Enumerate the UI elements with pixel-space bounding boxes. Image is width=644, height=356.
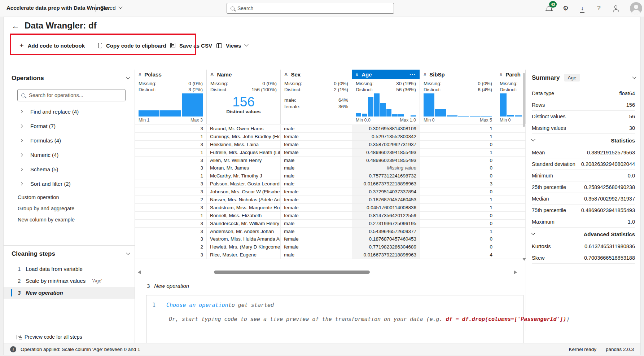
horizontal-scroll-thumb[interactable] [214,271,370,274]
column-title-pclass[interactable]: #Pclass [135,70,206,79]
summary-column-chip: Age [564,74,580,82]
cell-name: Braund, Mr. Owen Harris [207,125,281,132]
histogram-bar [398,114,404,117]
toolbar: + Add code to notebook Copy code to clip… [4,36,640,69]
column-stats: Missing:Distinct: [496,79,525,93]
summary-section-statistics[interactable]: Statistics [532,134,635,147]
add-code-to-notebook-button[interactable]: + Add code to notebook [19,41,85,50]
settings-button[interactable]: ⚙ [561,4,570,12]
back-button[interactable]: ← [12,21,19,31]
cell-name: Johnson, Mrs. Oscar W (Elisabeth Vil [207,188,281,195]
operations-group-sort-and-filter-[interactable]: Sort and filter (2) [4,176,135,191]
preview-code-all-steps-button[interactable]: Preview code for all steps [17,334,82,340]
horizontal-scrollbar[interactable] [135,269,526,275]
stat-label: Missing: [500,80,518,87]
cell-sex: male [281,125,352,132]
cell-parch [496,164,526,172]
operations-group-numeric-[interactable]: Numeric (4) [4,148,135,162]
scroll-right-arrow[interactable] [514,271,517,274]
category-row: female:36% [284,104,348,110]
cell-pclass: 3 [135,157,207,164]
copy-code-button[interactable]: Copy code to clipboard [98,41,166,50]
column-title-age[interactable]: #Age··· [352,70,420,79]
operations-item-custom-operation[interactable]: Custom operation [4,192,135,203]
save-as-csv-button[interactable]: Save as CSV [170,41,212,50]
cleaning-step-3[interactable]: 3New operation [4,287,135,299]
chevron-right-icon [19,124,23,128]
summary-value: 0.20826392940802044 [581,161,635,167]
cleaning-steps-header: Cleaning steps [12,250,130,258]
operations-header: Operations [12,75,130,82]
cleaning-step-2[interactable]: 2Scale by min/max values'Age' [4,275,135,287]
cell-age: 0.016673792218896963 [352,180,420,188]
cell-name: Hewlett, Mrs. (Mary D Kingcome) [207,243,281,251]
column-viz [356,93,416,117]
column-stats: Missing:0 (0%)Distinct:6 (4%) [420,79,496,93]
operations-group-label: Formulas (4) [30,137,61,144]
stat-value: 0 (0%) [188,80,203,87]
operations-item-new-column-by-example[interactable]: New column by example [4,214,135,225]
global-search[interactable] [227,3,394,14]
operations-item-group-by-and-aggregate[interactable]: Group by and aggregate [4,203,135,214]
column-menu-icon[interactable]: ··· [409,71,416,78]
summary-label: Skew [532,255,544,261]
scroll-left-arrow[interactable] [138,271,141,274]
collapse-operations-icon[interactable] [126,75,130,79]
column-title-name[interactable]: AName [207,70,280,79]
cell-sex: male [281,164,352,172]
summary-section-advanced-statistics[interactable]: Advanced Statistics [532,228,635,241]
cell-sibsp: 1 [420,204,496,211]
operations-group-label: Schema (5) [30,166,58,172]
feedback-icon [614,5,617,9]
operations-group-formulas-[interactable]: Formulas (4) [4,133,135,148]
table-row: 3Andersson, Mr. Anders Johanmale0.543964… [135,228,526,236]
cell-pclass: 1 [135,172,207,180]
collapse-cleaning-steps-icon[interactable] [126,251,130,255]
download-button[interactable]: ↓ [578,4,587,12]
histogram-bar [380,103,386,117]
table-row: 3Palsson, Master. Gosta Leonardmale0.016… [135,180,526,188]
collapse-summary-icon[interactable] [632,75,636,79]
saved-label: Saved [100,5,116,11]
operations-search[interactable] [17,89,126,101]
table-row: 2Hewlett, Mrs. (Mary D Kingcome)female0.… [135,243,526,251]
search-input[interactable] [237,5,390,11]
summary-row-minimum: Minimum0.0 [532,170,635,181]
avatar[interactable] [630,2,642,14]
vertical-scroll-thumb[interactable] [523,73,525,127]
operations-group-find-and-replace-[interactable]: Find and replace (4) [4,104,135,119]
table-row: 1McCarthy, Mr. Timothy Jmale0.7577312241… [135,172,526,180]
operations-search-input[interactable] [29,92,122,98]
editor-line-2: Or, start typing code to see a live prev… [169,316,570,322]
column-title-sex[interactable]: ASex [281,70,352,79]
summary-row--th-percentile: 75th percentile0.48696023941855493 [532,205,635,216]
column-title-sibsp[interactable]: #SibSp [420,70,496,79]
saved-dropdown[interactable]: Saved [100,5,122,11]
cell-sex: female [281,235,352,243]
operations-group-format-[interactable]: Format (7) [4,119,135,133]
cell-parch [496,133,526,140]
histogram-bar [368,97,373,117]
column-title-parch[interactable]: #Parch [496,70,525,79]
step-detail: 'Age' [92,278,102,284]
views-dropdown[interactable]: Views [216,41,248,50]
operations-group-schema-[interactable]: Schema (5) [4,162,135,176]
feedback-button[interactable] [611,4,620,12]
cell-pclass: 3 [135,220,207,227]
summary-label: Median [532,196,549,202]
summary-row-data-type: Data typefloat64 [532,88,635,99]
cell-sex: female [281,149,352,156]
cell-sibsp: 3 [420,180,496,188]
cell-name: Cumings, Mrs. John Bradley (Florenc [207,133,281,140]
cleaning-step-1[interactable]: 1Load data from variable [4,263,135,275]
stat-label: Distinct: [284,87,302,93]
choose-operation-link[interactable]: Choose an operation [166,302,228,308]
help-button[interactable]: ? [595,4,603,12]
cell-pclass: 3 [135,125,207,132]
cell-age: 0.2731936725096195 [352,220,420,227]
vertical-scrollbar[interactable] [522,72,525,260]
cell-parch [496,251,526,259]
summary-label: Minimum [532,173,553,179]
cell-pclass: 3 [135,188,207,195]
column-min-max: Min 0 [500,118,522,123]
